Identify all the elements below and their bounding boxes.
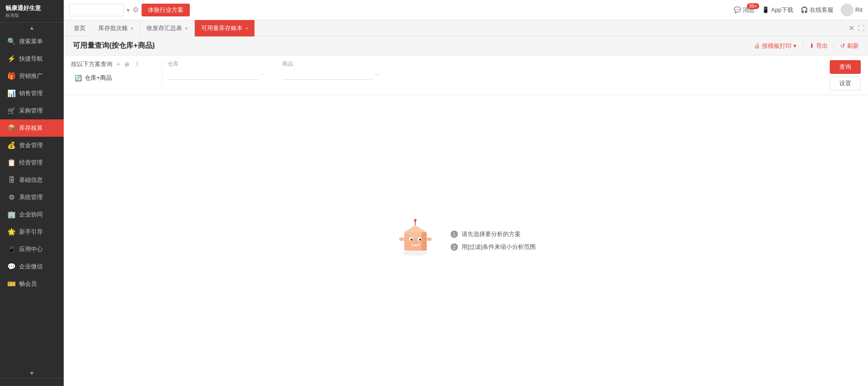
- app-download-btn[interactable]: 📱 App下载: [762, 6, 793, 14]
- quick-nav-icon: ⚡: [7, 55, 15, 63]
- sidebar-label-sales: 销售管理: [19, 89, 43, 98]
- sidebar-item-operation[interactable]: 📋经营管理: [0, 154, 64, 171]
- tab-summary-close[interactable]: ×: [185, 26, 188, 31]
- main-area: ▾ ⚙ 体验行业方案 💬 消息 99+ 📱 App下载 🎧 在线客服 Rit: [64, 0, 868, 386]
- topbar-gear-icon[interactable]: ⚙: [132, 5, 139, 14]
- enterprise-icon: 🏢: [7, 211, 15, 219]
- search-icon: 🔍: [7, 37, 15, 46]
- print-icon: 🖨: [754, 42, 760, 49]
- print-label: 按模板打印: [762, 42, 792, 50]
- warehouse-input-row: ···: [168, 69, 277, 80]
- manage-scheme-btn[interactable]: ⊕: [124, 61, 130, 68]
- collapse-scheme-btn[interactable]: 《: [132, 60, 139, 68]
- message-badge: 99+: [747, 3, 759, 9]
- filter-scheme-label: 按以下方案查询: [71, 60, 112, 68]
- scheme-icon: 🔄: [75, 75, 82, 82]
- tabs-expand-btn[interactable]: ⛶: [858, 25, 864, 32]
- sidebar-bottom: [0, 378, 64, 386]
- sidebar-label-appstore: 应用中心: [19, 245, 43, 253]
- sidebar-label-inventory: 库存核算: [19, 124, 43, 132]
- sidebar-label-marketing: 营销推广: [19, 72, 43, 80]
- sidebar-item-basic[interactable]: 🗄基础信息: [0, 171, 64, 189]
- tab-batch[interactable]: 库存批次账 ×: [92, 20, 140, 36]
- product-input[interactable]: [282, 69, 373, 80]
- svg-point-8: [414, 219, 416, 221]
- message-icon: 💬: [734, 6, 741, 13]
- hint-item-2: 2 用[过滤]条件来缩小分析范围: [451, 243, 536, 251]
- tab-available-close[interactable]: ×: [245, 26, 248, 31]
- filter-scheme-header: 按以下方案查询 ＋ ⊕ 《: [71, 60, 156, 68]
- sidebar-label-membership: 畅会员: [19, 280, 37, 288]
- product-field: 商品 ···: [282, 60, 391, 80]
- filter-area: 按以下方案查询 ＋ ⊕ 《 🔄 仓库+商品 仓库 ···: [64, 56, 868, 95]
- topbar-dropdown-arrow[interactable]: ▾: [127, 6, 130, 14]
- warehouse-more-btn[interactable]: ···: [260, 71, 265, 77]
- product-label: 商品: [282, 60, 391, 68]
- sidebar-nav: 🔍搜索菜单⚡快捷导航🎁营销推广📊销售管理🛒采购管理📦库存核算💰资金管理📋经营管理…: [0, 33, 64, 368]
- online-service-btn[interactable]: 🎧 在线客服: [801, 6, 833, 14]
- query-btn[interactable]: 查询: [830, 60, 861, 74]
- sidebar-item-marketing[interactable]: 🎁营销推广: [0, 67, 64, 85]
- inventory-icon: 📦: [7, 124, 15, 132]
- sidebar-item-newbie[interactable]: 🌟新手引导: [0, 223, 64, 241]
- export-btn[interactable]: ⬇ 导出: [809, 42, 828, 50]
- svg-point-5: [411, 238, 413, 241]
- sidebar-item-quick-nav[interactable]: ⚡快捷导航: [0, 50, 64, 67]
- add-scheme-btn[interactable]: ＋: [115, 60, 122, 68]
- tab-batch-close[interactable]: ×: [131, 26, 133, 31]
- print-dropdown-icon[interactable]: ▾: [793, 42, 797, 49]
- divider1: |: [802, 42, 803, 49]
- sidebar-item-system[interactable]: ⚙系统管理: [0, 189, 64, 206]
- avatar: [841, 4, 853, 16]
- sidebar-item-purchase[interactable]: 🛒采购管理: [0, 102, 64, 119]
- scheme-warehouse-product[interactable]: 🔄 仓库+商品: [71, 72, 156, 84]
- sidebar-label-enterprise: 企业协同: [19, 211, 43, 219]
- newbie-icon: 🌟: [7, 228, 15, 236]
- tab-home[interactable]: 首页: [67, 20, 92, 36]
- scheme-label: 仓库+商品: [85, 74, 112, 82]
- refresh-btn[interactable]: ↺ 刷新: [840, 42, 859, 50]
- sidebar-label-system: 系统管理: [19, 193, 43, 201]
- sidebar-label-basic: 基础信息: [19, 176, 43, 184]
- product-more-btn[interactable]: ···: [375, 71, 380, 77]
- warehouse-input[interactable]: [168, 69, 259, 80]
- sidebar-item-appstore[interactable]: 📱应用中心: [0, 241, 64, 258]
- topbar-input-area: ▾ ⚙ 体验行业方案: [69, 4, 730, 16]
- sidebar-item-search[interactable]: 🔍搜索菜单: [0, 33, 64, 50]
- appstore-icon: 📱: [7, 245, 15, 253]
- tab-available-label: 可用量库存账本: [201, 24, 243, 32]
- basic-icon: 🗄: [7, 176, 15, 184]
- username: Rit: [855, 6, 863, 13]
- empty-hint-text: 1 请先选择要分析的方案 2 用[过滤]条件来缩小分析范围: [451, 230, 536, 251]
- sidebar-scroll-down[interactable]: ▼: [0, 368, 64, 378]
- tab-available[interactable]: 可用量库存账本 ×: [195, 20, 255, 36]
- sidebar-item-wechat[interactable]: 💬企业微信: [0, 258, 64, 275]
- industry-btn[interactable]: 体验行业方案: [142, 4, 190, 16]
- page-title: 可用量查询(按仓库+商品): [73, 41, 155, 51]
- warehouse-label: 仓库: [168, 60, 277, 68]
- tabs-close-all-btn[interactable]: ✕: [848, 24, 854, 32]
- phone-icon: 📱: [762, 6, 769, 13]
- print-btn[interactable]: 🖨 按模板打印 ▾: [754, 42, 797, 50]
- purchase-icon: 🛒: [7, 107, 15, 115]
- settings-btn[interactable]: 设置: [830, 77, 861, 90]
- svg-rect-9: [399, 237, 404, 241]
- sidebar-item-membership[interactable]: 🎫畅会员: [0, 275, 64, 293]
- tabs-bar: 首页 库存批次账 × 收发存汇总表 × 可用量库存账本 × ✕ ⛶: [64, 20, 868, 36]
- topbar-search-input[interactable]: [69, 4, 124, 16]
- sidebar-item-inventory[interactable]: 📦库存核算: [0, 119, 64, 137]
- sidebar-item-enterprise[interactable]: 🏢企业协同: [0, 206, 64, 223]
- message-btn[interactable]: 💬 消息 99+: [734, 6, 755, 14]
- sidebar-scroll-up[interactable]: ▲: [0, 23, 64, 33]
- sidebar-item-capital[interactable]: 💰资金管理: [0, 137, 64, 154]
- online-service-label: 在线客服: [810, 6, 833, 14]
- user-profile[interactable]: Rit: [841, 4, 863, 16]
- tab-summary[interactable]: 收发存汇总表 ×: [140, 20, 194, 36]
- sidebar: 畅康通好生意 标准版 ▲ 🔍搜索菜单⚡快捷导航🎁营销推广📊销售管理🛒采购管理📦库…: [0, 0, 64, 386]
- sidebar-item-sales[interactable]: 📊销售管理: [0, 85, 64, 102]
- refresh-icon: ↺: [840, 42, 845, 49]
- page-header: 可用量查询(按仓库+商品) 🖨 按模板打印 ▾ | ⬇ 导出 | ↺ 刷新: [64, 36, 868, 56]
- membership-icon: 🎫: [7, 280, 15, 288]
- tab-summary-label: 收发存汇总表: [147, 24, 182, 32]
- sidebar-label-operation: 经营管理: [19, 159, 43, 167]
